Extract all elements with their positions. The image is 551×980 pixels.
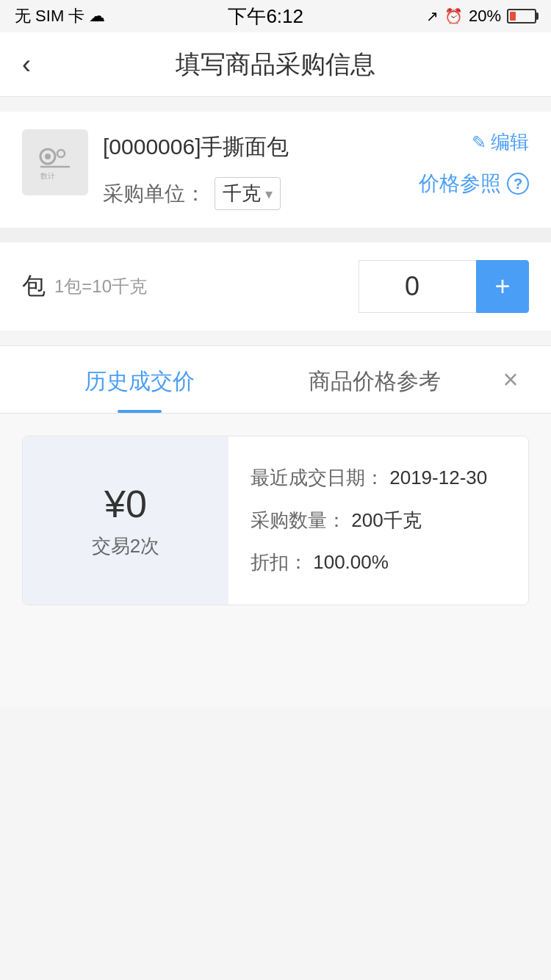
price-card-left: ¥0 交易2次 [23, 436, 228, 605]
battery-icon [507, 9, 536, 24]
tab-product-price-ref[interactable]: 商品价格参考 [257, 346, 492, 413]
tabs-header: 历史成交价 商品价格参考 × [0, 346, 551, 414]
edit-button[interactable]: ✎ 编辑 [472, 129, 529, 155]
price-transaction-count: 交易2次 [92, 533, 159, 559]
unit-label: 采购单位： [103, 180, 206, 208]
status-time: 下午6:12 [228, 4, 303, 29]
quantity-input-group: + [359, 260, 529, 313]
product-info: [0000006]手撕面包 采购单位： 千克 ▾ [103, 129, 289, 210]
product-actions: ✎ 编辑 价格参照 ? [419, 129, 529, 198]
discount-label: 折扣： [251, 551, 308, 573]
discount-row: 折扣： 100.00% [251, 547, 506, 578]
quantity-section: 包 1包=10千克 + [0, 242, 551, 331]
product-thumbnail: 数计 [22, 129, 88, 195]
tabs-container: 历史成交价 商品价格参考 × ¥0 交易2次 最近成交日期： 2019-12-3… [0, 345, 551, 707]
section-divider [0, 228, 551, 242]
unit-select-dropdown[interactable]: 千克 ▾ [215, 177, 281, 210]
product-name: [0000006]手撕面包 [103, 132, 289, 162]
edit-icon: ✎ [472, 132, 486, 153]
price-card: ¥0 交易2次 最近成交日期： 2019-12-30 采购数量： 200千克 折… [22, 436, 529, 605]
product-image-icon: 数计 [33, 140, 77, 184]
quantity-input[interactable] [359, 260, 476, 313]
price-value: ¥0 [104, 483, 147, 525]
unit-value: 千克 [223, 181, 261, 206]
price-ref-label: 价格参照 [419, 170, 501, 198]
svg-text:数计: 数计 [40, 172, 55, 180]
alarm-icon: ⏰ [444, 7, 463, 25]
product-section: 数计 [0000006]手撕面包 采购单位： 千克 ▾ ✎ [0, 112, 551, 228]
battery-percent: 20% [469, 7, 501, 26]
back-button[interactable]: ‹ [22, 51, 31, 78]
tab-history-label: 历史成交价 [84, 369, 195, 393]
quantity-plus-button[interactable]: + [476, 260, 529, 313]
page-title: 填写商品采购信息 [176, 48, 375, 82]
history-content: ¥0 交易2次 最近成交日期： 2019-12-30 采购数量： 200千克 折… [0, 414, 551, 707]
svg-point-1 [45, 154, 51, 159]
quantity-label-group: 包 1包=10千克 [22, 270, 147, 303]
purchase-quantity-label: 采购数量： [251, 509, 346, 531]
tab-history-price[interactable]: 历史成交价 [22, 346, 257, 413]
product-title: 手撕面包 [201, 134, 289, 159]
edit-label: 编辑 [491, 129, 529, 155]
recent-date-label: 最近成交日期： [251, 466, 384, 489]
product-id: [0000006] [103, 134, 201, 159]
location-icon: ↗ [426, 7, 439, 25]
quantity-row: 采购数量： 200千克 [251, 505, 506, 536]
chevron-down-icon: ▾ [265, 185, 273, 203]
quantity-unit: 包 [22, 270, 46, 303]
product-left: 数计 [0000006]手撕面包 采购单位： 千克 ▾ [22, 129, 289, 210]
tab-close-button[interactable]: × [492, 361, 529, 398]
sim-status: 无 SIM 卡 ☁ [15, 5, 105, 27]
tab-price-ref-label: 商品价格参考 [309, 369, 441, 393]
recent-date-value: 2019-12-30 [389, 466, 487, 489]
status-left: 无 SIM 卡 ☁ [15, 5, 105, 27]
purchase-quantity-value: 200千克 [351, 509, 421, 531]
recent-date-row: 最近成交日期： 2019-12-30 [251, 463, 506, 494]
svg-point-2 [57, 150, 65, 157]
help-icon: ? [507, 173, 529, 195]
battery-fill [510, 12, 516, 21]
status-bar: 无 SIM 卡 ☁ 下午6:12 ↗ ⏰ 20% [0, 0, 551, 32]
status-right: ↗ ⏰ 20% [426, 7, 536, 26]
nav-bar: ‹ 填写商品采购信息 [0, 32, 551, 97]
price-ref-button[interactable]: 价格参照 ? [419, 170, 529, 198]
price-main: ¥0 [104, 482, 147, 526]
discount-value: 100.00% [313, 551, 389, 573]
product-header: 数计 [0000006]手撕面包 采购单位： 千克 ▾ ✎ [22, 129, 529, 210]
quantity-conversion: 1包=10千克 [54, 275, 147, 298]
purchase-unit-row: 采购单位： 千克 ▾ [103, 177, 289, 210]
price-card-right: 最近成交日期： 2019-12-30 采购数量： 200千克 折扣： 100.0… [228, 436, 528, 605]
